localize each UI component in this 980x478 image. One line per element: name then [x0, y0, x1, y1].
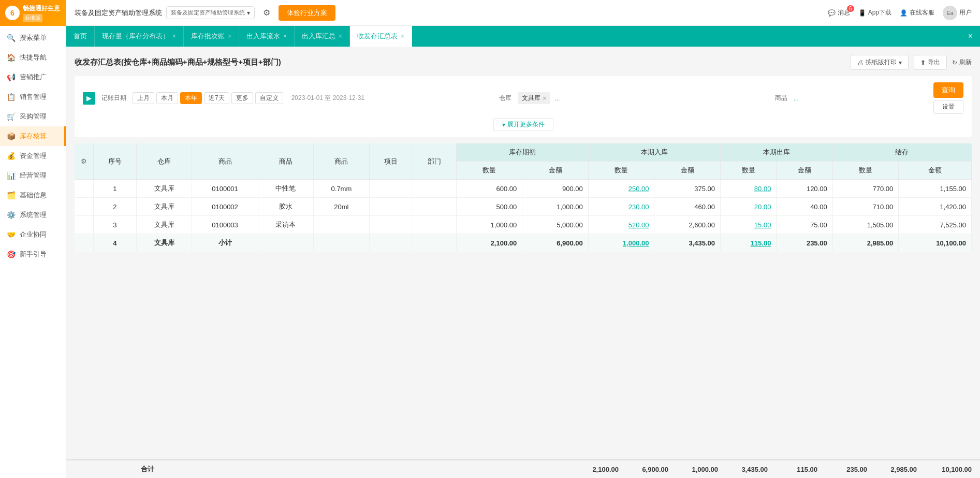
app-download-button[interactable]: 📱 App下载 [858, 8, 891, 17]
date-btn-this-month[interactable]: 本月 [156, 92, 178, 104]
query-button[interactable]: 查询 [933, 82, 963, 98]
subtotal-out-qty[interactable]: 115.00 [721, 234, 777, 252]
cell-dept [413, 180, 456, 198]
cell-out-amt: 40.00 [777, 198, 832, 216]
tab-batch-ledger[interactable]: 库存批次账 × [184, 26, 239, 47]
sidebar-item-operation[interactable]: 📊 经营管理 [0, 166, 66, 185]
tab-home[interactable]: 首页 [66, 26, 95, 47]
warehouse-tag-close[interactable]: × [543, 95, 546, 102]
cell-warehouse: 文具库 [137, 216, 192, 234]
subtotal-start-amt: 6,900.00 [522, 234, 589, 252]
tab-close-inventory-dist[interactable]: × [172, 33, 176, 40]
chevron-down-icon: ▾ [247, 9, 250, 17]
th-period-start: 库存期初 [456, 143, 588, 162]
cell-code: 0100001 [192, 180, 258, 198]
cell-name: 采访本 [258, 216, 313, 234]
total-row: 合计 2,100.00 6,900.00 1,000.00 3,435.00 1… [66, 459, 980, 478]
tab-inventory-dist[interactable]: 现存量（库存分布表） × [95, 26, 184, 47]
tab-inout-summary[interactable]: 出入库汇总 × [295, 26, 350, 47]
sidebar-item-marketing[interactable]: 📢 营销推广 [0, 67, 66, 87]
total-start-amt: 6,900.00 [627, 466, 668, 473]
cell-bal-qty: 710.00 [832, 198, 899, 216]
th-out-amt: 金额 [777, 162, 832, 180]
date-label: 记账日期 [101, 94, 126, 103]
warehouse-more[interactable]: ... [554, 95, 560, 102]
system-dropdown[interactable]: 装备及固定资产辅助管理系统 ▾ [166, 6, 255, 19]
total-out-amt: 235.00 [826, 466, 867, 473]
table-settings-header[interactable]: ⚙ [75, 143, 93, 180]
cell-name: 中性笔 [258, 180, 313, 198]
message-button[interactable]: 💬 消息 6 [828, 8, 850, 17]
sidebar-item-inventory[interactable]: 📦 库存核算 [0, 126, 66, 146]
date-btn-7days[interactable]: 近7天 [204, 92, 229, 104]
date-btn-custom[interactable]: 自定义 [255, 92, 283, 104]
tab-close-inout-summary[interactable]: × [339, 33, 342, 40]
table-row: 1 文具库 0100001 中性笔 0.7mm 600.00 900.00 25… [75, 180, 972, 198]
tab-close-batch-ledger[interactable]: × [228, 33, 231, 40]
date-btn-this-year[interactable]: 本年 [180, 92, 202, 104]
cell-out-qty[interactable]: 80.00 [721, 180, 777, 198]
subtotal-start-qty: 2,100.00 [456, 234, 522, 252]
date-range: 2023-01-01 至 2023-12-31 [291, 94, 364, 103]
cell-in-qty[interactable]: 250.00 [588, 180, 654, 198]
th-dept: 部门 [413, 143, 456, 180]
system-name: 装备及固定资产辅助管理系统 [75, 8, 162, 18]
refresh-button[interactable]: ↻ 刷新 [952, 58, 972, 67]
column-settings-button[interactable]: 设置 [933, 100, 963, 114]
sidebar-item-quick[interactable]: 🏠 快捷导航 [0, 48, 66, 67]
date-btn-last-month[interactable]: 上月 [133, 92, 154, 104]
goods-more[interactable]: ... [794, 95, 799, 102]
subtotal-in-qty[interactable]: 1,000.00 [588, 234, 654, 252]
sidebar-item-collab[interactable]: 🤝 企业协同 [0, 225, 66, 244]
cell-out-qty[interactable]: 15.00 [721, 216, 777, 234]
cell-in-qty[interactable]: 230.00 [588, 198, 654, 216]
sidebar-item-sales[interactable]: 📋 销售管理 [0, 87, 66, 107]
tab-recv-send[interactable]: 收发存汇总表 × [350, 26, 412, 47]
tab-close-inout-flow[interactable]: × [283, 33, 287, 40]
sidebar-item-purchase[interactable]: 🛒 采购管理 [0, 107, 66, 126]
th-no: 序号 [93, 143, 137, 180]
user-button[interactable]: Ea 用户 [943, 6, 972, 20]
online-service-button[interactable]: 👤 在线客服 [900, 8, 934, 17]
date-btn-more[interactable]: 更多 [231, 92, 253, 104]
warehouse-filter-area: 文具库 × ... [518, 92, 640, 104]
expand-more-button[interactable]: ▾ 展开更多条件 [493, 118, 553, 131]
th-out-qty: 数量 [721, 162, 777, 180]
download-icon: 📱 [858, 9, 866, 17]
cell-dept [413, 198, 456, 216]
th-start-amt: 金额 [522, 162, 589, 180]
service-icon: 👤 [900, 9, 908, 17]
print-button[interactable]: 🖨 拣纸版打印 ▾ [851, 55, 909, 70]
page-actions: 🖨 拣纸版打印 ▾ ⬆ 导出 ↻ 刷新 [851, 55, 972, 70]
sidebar-item-finance[interactable]: 💰 资金管理 [0, 146, 66, 166]
sidebar-item-system[interactable]: ⚙️ 系统管理 [0, 205, 66, 225]
try-button[interactable]: 体验行业方案 [279, 5, 335, 21]
cell-in-qty[interactable]: 520.00 [588, 216, 654, 234]
export-button[interactable]: ⬆ 导出 [914, 55, 947, 70]
sidebar-item-basic[interactable]: 🗂️ 基础信息 [0, 185, 66, 205]
total-out-qty: 115.00 [776, 466, 817, 473]
cell-out-qty[interactable]: 20.00 [721, 198, 777, 216]
tab-close-recv-send[interactable]: × [401, 33, 404, 40]
tab-inout-flow[interactable]: 出入库流水 × [239, 26, 295, 47]
main-content: 装备及固定资产辅助管理系统 装备及固定资产辅助管理系统 ▾ ⚙ 体验行业方案 💬… [66, 0, 980, 478]
subtotal-in-amt: 3,435.00 [654, 234, 721, 252]
cell-code: 0100003 [192, 216, 258, 234]
table-settings-icon[interactable]: ⚙ [81, 157, 87, 165]
settings-icon[interactable]: ⚙ [259, 5, 274, 21]
cell-dept [413, 216, 456, 234]
cell-start-qty: 500.00 [456, 198, 522, 216]
chevron-down-icon: ▾ [899, 59, 902, 66]
page-title: 收发存汇总表(按仓库+商品编码+商品+规格型号+项目+部门) [75, 57, 281, 67]
th-code: 商品 [192, 143, 258, 180]
data-table: ⚙ 序号 仓库 商品 商品 商品 项目 部门 库存期初 本期入库 本期出库 结存 [75, 143, 972, 252]
cell-warehouse: 文具库 [137, 180, 192, 198]
tab-bar-close[interactable]: × [961, 32, 980, 41]
cell-spec: 20ml [313, 198, 369, 216]
subtotal-bal-qty: 2,985.00 [832, 234, 899, 252]
table-body: 1 文具库 0100001 中性笔 0.7mm 600.00 900.00 25… [75, 180, 972, 252]
sidebar-item-guide[interactable]: 🎯 新手引导 [0, 244, 66, 264]
filter-expand-button[interactable]: ▶ [83, 92, 95, 105]
sidebar-item-search[interactable]: 🔍 搜索菜单 [0, 28, 66, 48]
cell-in-amt: 460.00 [654, 198, 721, 216]
